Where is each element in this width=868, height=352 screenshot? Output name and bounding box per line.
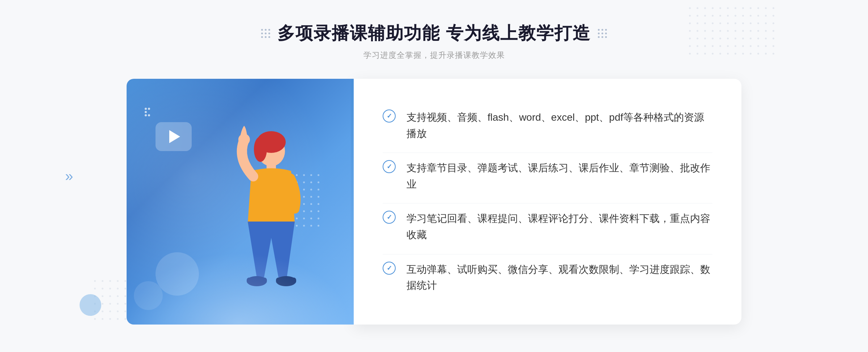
feature-item-2: ✓ 支持章节目录、弹题考试、课后练习、课后作业、章节测验、批改作业	[383, 153, 712, 200]
svg-point-2	[254, 137, 267, 162]
feature-item-4: ✓ 互动弹幕、试听购买、微信分享、观看次数限制、学习进度跟踪、数据统计	[383, 254, 712, 301]
feature-item-3: ✓ 学习笔记回看、课程提问、课程评论打分、课件资料下载，重点内容收藏	[383, 203, 712, 250]
decorative-dots-right	[598, 29, 607, 38]
circle-decoration-1	[156, 252, 199, 296]
check-icon-4: ✓	[383, 262, 396, 275]
feature-item-1: ✓ 支持视频、音频、flash、word、excel、ppt、pdf等各种格式的…	[383, 102, 712, 149]
page-subtitle: 学习进度全掌握，提升录播课教学效果	[261, 50, 607, 61]
feature-text-4: 互动弹幕、试听购买、微信分享、观看次数限制、学习进度跟踪、数据统计	[407, 262, 712, 294]
svg-rect-5	[247, 278, 267, 283]
left-illustration-panel	[127, 79, 351, 325]
features-panel: ✓ 支持视频、音频、flash、word、excel、ppt、pdf等各种格式的…	[354, 79, 741, 325]
title-row: 多项录播课辅助功能 专为线上教学打造	[261, 22, 607, 45]
check-icon-1: ✓	[383, 110, 396, 123]
chevron-icon: »	[65, 169, 73, 183]
video-play-icon	[156, 122, 192, 151]
check-icon-2: ✓	[383, 160, 396, 173]
circle-decoration-2	[134, 281, 163, 310]
feature-text-1: 支持视频、音频、flash、word、excel、ppt、pdf等各种格式的资源…	[407, 110, 712, 142]
card-accent-bar	[351, 79, 354, 325]
feature-text-2: 支持章节目录、弹题考试、课后练习、课后作业、章节测验、批改作业	[407, 160, 712, 193]
svg-rect-7	[276, 278, 296, 283]
page-wrapper: // Inline generation not possible, use C…	[0, 0, 868, 352]
person-illustration	[201, 122, 327, 325]
page-header: 多项录播课辅助功能 专为线上教学打造 学习进度全掌握，提升录播课教学效果	[261, 22, 607, 61]
bottom-circle-decoration	[80, 294, 101, 316]
sparkle-decoration	[145, 108, 150, 116]
main-content: ✓ 支持视频、音频、flash、word、excel、ppt、pdf等各种格式的…	[127, 79, 741, 325]
play-triangle	[169, 130, 180, 143]
page-title: 多项录播课辅助功能 专为线上教学打造	[277, 22, 590, 45]
decorative-dots-left	[261, 29, 270, 38]
left-decoration: »	[65, 169, 73, 183]
check-icon-3: ✓	[383, 211, 396, 224]
feature-text-3: 学习笔记回看、课程提问、课程评论打分、课件资料下载，重点内容收藏	[407, 211, 712, 243]
svg-point-8	[238, 134, 250, 145]
